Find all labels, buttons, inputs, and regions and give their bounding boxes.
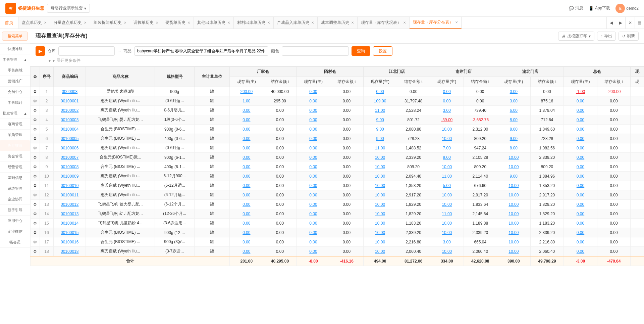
- row-settings[interactable]: ⚙: [31, 96, 40, 106]
- tab-fenpan[interactable]: 分量盘点单历史 ✕: [50, 17, 90, 29]
- sidebar-item-xinshou[interactable]: 新手引导: [0, 205, 30, 216]
- row-c4-stock[interactable]: 11.00: [430, 209, 464, 219]
- row-code[interactable]: 00100002: [54, 106, 86, 115]
- close-icon[interactable]: ✕: [187, 21, 190, 25]
- row-code[interactable]: 00100016: [54, 237, 86, 247]
- color-input[interactable]: [282, 46, 349, 56]
- row-c1-stock[interactable]: 0.00: [230, 134, 263, 143]
- row-total-stock[interactable]: -1.00: [564, 87, 597, 96]
- row-c2-stock[interactable]: 0.00: [297, 237, 330, 247]
- print-btn[interactable]: 🖨 按模版打印 ▾: [558, 32, 594, 41]
- row-c2-stock[interactable]: 0.00: [297, 228, 330, 237]
- row-settings[interactable]: ⚙: [31, 134, 40, 143]
- row-c3-stock[interactable]: 10.00: [363, 200, 397, 209]
- row-c3-stock[interactable]: 10.00: [363, 228, 397, 237]
- row-c2-stock[interactable]: 0.00: [297, 247, 330, 257]
- row-total-stock[interactable]: 0.00: [564, 172, 597, 181]
- row-c3-stock[interactable]: 10.00: [363, 162, 397, 172]
- row-code[interactable]: 00100003: [54, 115, 86, 125]
- tab-menu-btn[interactable]: ▤: [635, 17, 644, 29]
- row-c5-stock[interactable]: 10.00: [497, 237, 530, 247]
- row-settings[interactable]: ⚙: [31, 200, 40, 209]
- row-c2-stock[interactable]: 0.00: [297, 172, 330, 181]
- row-c5-stock[interactable]: 0.00: [497, 87, 530, 96]
- row-c1-stock[interactable]: 0.00: [230, 228, 263, 237]
- row-c5-stock[interactable]: 10.00: [497, 228, 530, 237]
- row-code[interactable]: 00100011: [54, 190, 86, 200]
- row-c5-stock[interactable]: 10.00: [497, 153, 530, 162]
- row-settings[interactable]: ⚙: [31, 106, 40, 115]
- row-c5-stock[interactable]: 6.00: [497, 106, 530, 115]
- tab-xiancun-status[interactable]: 现存量（库存状况表） ✕: [358, 17, 410, 29]
- settings-col-header[interactable]: ⚙: [31, 67, 40, 87]
- row-settings[interactable]: ⚙: [31, 181, 40, 190]
- row-settings[interactable]: ⚙: [31, 237, 40, 247]
- row-c1-stock[interactable]: 0.00: [230, 237, 263, 247]
- row-c1-stock[interactable]: 0.00: [230, 209, 263, 219]
- row-c3-stock[interactable]: 9.00: [363, 125, 397, 134]
- row-c5-stock[interactable]: 9.00: [497, 172, 530, 181]
- close-icon[interactable]: ✕: [84, 21, 87, 25]
- row-c5-stock[interactable]: 10.00: [497, 200, 530, 209]
- tab-yaohuo[interactable]: 要货单历史 ✕: [162, 17, 194, 29]
- row-settings[interactable]: ⚙: [31, 162, 40, 172]
- row-code[interactable]: 00100015: [54, 228, 86, 237]
- sidebar-item-caigou[interactable]: 采购管理: [0, 130, 30, 140]
- row-c2-stock[interactable]: 0.00: [297, 115, 330, 125]
- row-total-stock[interactable]: 0.00: [564, 125, 597, 134]
- row-c1-stock[interactable]: 0.00: [230, 125, 263, 134]
- row-c3-stock[interactable]: 10.00: [363, 209, 397, 219]
- row-c3-stock[interactable]: 11.00: [363, 143, 397, 153]
- sidebar-item-lingshouguan[interactable]: 零售管理▲: [0, 54, 30, 65]
- row-code[interactable]: 0000003: [54, 87, 86, 96]
- row-c1-stock[interactable]: 0.00: [230, 219, 263, 228]
- row-settings[interactable]: ⚙: [31, 115, 40, 125]
- tab-zuhe[interactable]: 组装拆卸单历史 ✕: [90, 17, 130, 29]
- close-icon[interactable]: ✕: [267, 21, 270, 25]
- row-total-stock[interactable]: 0.00: [564, 134, 597, 143]
- row-c3-stock[interactable]: 109.00: [363, 96, 397, 106]
- sidebar-item-lingsoushangcheng[interactable]: 零售商城: [0, 65, 30, 76]
- row-total-stock[interactable]: 0.00: [564, 228, 597, 237]
- close-icon[interactable]: ✕: [124, 21, 126, 25]
- row-c2-stock[interactable]: 0.00: [297, 125, 330, 134]
- sidebar-item-yingxiao[interactable]: 营销推广: [0, 76, 30, 87]
- row-total-stock[interactable]: 0.00: [564, 181, 597, 190]
- row-code[interactable]: 00100007: [54, 153, 86, 162]
- row-settings[interactable]: ⚙: [31, 87, 40, 96]
- row-code[interactable]: 00100014: [54, 219, 86, 228]
- row-c4-stock[interactable]: 10.00: [430, 190, 464, 200]
- row-c4-stock[interactable]: -39.00: [430, 115, 464, 125]
- row-c5-stock[interactable]: 3.00: [497, 96, 530, 106]
- close-icon[interactable]: ✕: [156, 21, 158, 25]
- row-c5-stock[interactable]: 10.00: [497, 209, 530, 219]
- row-total-stock[interactable]: 0.00: [564, 200, 597, 209]
- row-c1-stock[interactable]: 0.00: [230, 181, 263, 190]
- row-settings[interactable]: ⚙: [31, 228, 40, 237]
- row-c1-stock[interactable]: 0.00: [230, 172, 263, 181]
- row-c3-stock[interactable]: 10.00: [363, 219, 397, 228]
- row-total-stock[interactable]: 0.00: [564, 247, 597, 257]
- row-c1-stock[interactable]: 0.00: [230, 247, 263, 257]
- row-c5-stock[interactable]: 10.00: [497, 162, 530, 172]
- row-c5-stock[interactable]: 10.00: [497, 181, 530, 190]
- row-c5-stock[interactable]: 8.00: [497, 115, 530, 125]
- tab-prev-btn[interactable]: ◀: [606, 17, 616, 29]
- row-total-stock[interactable]: 0.00: [564, 162, 597, 172]
- tab-close-all-btn[interactable]: ✕: [625, 17, 635, 29]
- tab-qita[interactable]: 其他出库单历史 ✕: [194, 17, 234, 29]
- warehouse-input[interactable]: [58, 46, 115, 56]
- row-total-stock[interactable]: 0.00: [564, 143, 597, 153]
- sidebar-item-yingyong[interactable]: 应用中心: [0, 216, 30, 226]
- row-c3-stock[interactable]: 10.00: [363, 153, 397, 162]
- row-code[interactable]: 00100010: [54, 181, 86, 190]
- sidebar-item-qiye[interactable]: 企业协同: [0, 194, 30, 205]
- close-icon[interactable]: ✕: [311, 21, 314, 25]
- sidebar-item-changhui[interactable]: 畅会员: [0, 237, 30, 248]
- industry-selector[interactable]: 母婴行业演示陈套 ▾: [47, 4, 90, 13]
- sidebar-item-kucunhesuang[interactable]: 库存核算: [0, 140, 30, 151]
- filter-toggle-btn[interactable]: ▶: [36, 46, 45, 56]
- row-c5-stock[interactable]: 10.00: [497, 219, 530, 228]
- row-c4-stock[interactable]: 5.00: [430, 181, 464, 190]
- row-c1-stock[interactable]: 0.00: [230, 153, 263, 162]
